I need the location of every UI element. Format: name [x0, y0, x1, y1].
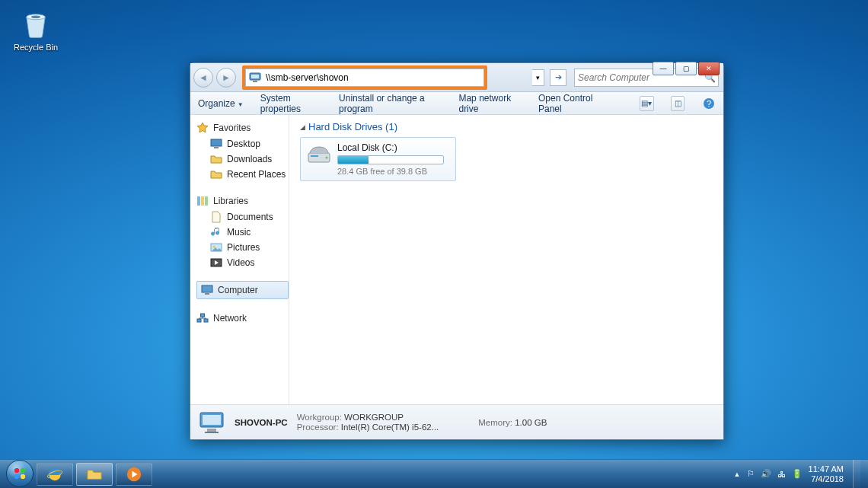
desktop-icon-label: Recycle Bin: [8, 43, 64, 52]
details-processor: Intel(R) Core(TM) i5-62...: [341, 423, 439, 432]
section-hard-disks[interactable]: ◢ Hard Disk Drives (1): [300, 121, 713, 132]
help-icon: ?: [703, 97, 715, 110]
folder-icon: [86, 466, 103, 483]
nav-item-pictures[interactable]: Pictures: [196, 240, 289, 255]
document-icon: [210, 211, 222, 223]
content-pane: ◢ Hard Disk Drives (1) Local Disk (C:) 2…: [289, 115, 723, 404]
details-pane: SHOVON-PC Workgroup: WORKGROUP Processor…: [190, 404, 723, 439]
toolbar-uninstall[interactable]: Uninstall or change a program: [339, 93, 442, 114]
ie-icon: [46, 466, 63, 483]
svg-rect-15: [202, 285, 212, 292]
drive-stats: 28.4 GB free of 39.8 GB: [337, 167, 444, 176]
nav-favorites[interactable]: Favorites: [196, 120, 289, 136]
media-player-icon: [126, 466, 142, 483]
svg-rect-21: [311, 155, 318, 157]
tray-clock[interactable]: 11:47 AM 7/4/2018: [809, 464, 844, 483]
computer-large-icon: [198, 409, 225, 436]
svg-point-22: [326, 157, 328, 159]
details-pc-name: SHOVON-PC: [235, 418, 288, 427]
tray-network-icon[interactable]: 🖧: [777, 470, 786, 479]
nav-item-downloads[interactable]: Downloads: [196, 152, 289, 167]
show-desktop-button[interactable]: [853, 460, 860, 489]
svg-rect-16: [205, 293, 209, 295]
svg-rect-8: [214, 147, 219, 148]
svg-rect-4: [253, 81, 257, 82]
caret-down-icon: ◢: [300, 123, 305, 131]
address-bar-highlight: [242, 65, 487, 90]
address-row: ◄ ► ▾ ➔ 🔍: [190, 63, 723, 92]
help-button[interactable]: ?: [701, 96, 716, 111]
svg-rect-18: [204, 319, 208, 322]
svg-rect-26: [205, 432, 219, 433]
taskbar-explorer[interactable]: [76, 463, 113, 486]
folder-icon: [210, 168, 222, 180]
svg-point-13: [213, 246, 215, 248]
view-button[interactable]: ▤▾: [640, 96, 654, 111]
tray-show-hidden-icon[interactable]: ▲: [734, 470, 741, 478]
nav-item-documents[interactable]: Documents: [196, 209, 289, 225]
svg-rect-10: [201, 196, 204, 206]
desktop-icon-recycle-bin[interactable]: Recycle Bin: [8, 8, 64, 52]
star-icon: [196, 122, 209, 134]
go-refresh-button[interactable]: ➔: [550, 69, 566, 86]
desktop-icon: [210, 138, 222, 150]
svg-rect-3: [251, 75, 259, 78]
back-button[interactable]: ◄: [193, 68, 213, 88]
computer-icon: [249, 72, 261, 84]
nav-item-recent[interactable]: Recent Places: [196, 167, 289, 182]
details-memory: 1.00 GB: [515, 418, 547, 427]
music-icon: [210, 226, 222, 238]
nav-item-desktop[interactable]: Desktop: [196, 136, 289, 152]
svg-rect-17: [197, 319, 201, 322]
svg-rect-11: [205, 196, 208, 206]
close-button[interactable]: ✕: [698, 62, 720, 75]
details-workgroup: WORKGROUP: [344, 413, 404, 422]
taskbar-media-player[interactable]: [116, 463, 152, 486]
videos-icon: [210, 257, 222, 269]
minimize-button[interactable]: —: [653, 62, 674, 75]
pictures-icon: [210, 241, 222, 254]
chevron-down-icon: ▼: [238, 101, 244, 108]
svg-rect-24: [203, 415, 221, 425]
toolbar: Organize▼ System properties Uninstall or…: [190, 92, 723, 115]
address-input[interactable]: [266, 72, 480, 83]
taskbar-ie[interactable]: [37, 463, 73, 486]
svg-text:?: ?: [707, 99, 711, 108]
preview-pane-button[interactable]: ◫: [671, 96, 685, 111]
navigation-pane: Favorites Desktop Downloads Recent Place…: [190, 115, 289, 404]
network-icon: [196, 312, 209, 324]
drive-name: Local Disk (C:): [337, 142, 444, 153]
explorer-window: — ▢ ✕ ◄ ► ▾ ➔ 🔍 Organize▼ Sys: [190, 62, 724, 440]
tray-volume-icon[interactable]: 🔊: [761, 469, 771, 479]
taskbar: ▲ ⚐ 🔊 🖧 🔋 11:47 AM 7/4/2018: [0, 459, 868, 488]
address-dropdown[interactable]: ▾: [532, 69, 544, 86]
folder-icon: [210, 153, 222, 165]
svg-rect-25: [207, 429, 216, 432]
drive-usage-bar: [337, 155, 444, 164]
recycle-bin-icon: [20, 8, 52, 40]
svg-rect-19: [201, 314, 205, 317]
nav-item-videos[interactable]: Videos: [196, 255, 289, 270]
svg-rect-9: [197, 196, 200, 206]
maximize-button[interactable]: ▢: [675, 62, 697, 75]
nav-item-music[interactable]: Music: [196, 225, 289, 240]
tray-battery-icon[interactable]: 🔋: [792, 469, 803, 479]
windows-logo-icon: [6, 460, 34, 487]
computer-icon: [201, 284, 213, 296]
forward-button[interactable]: ►: [216, 68, 236, 88]
svg-point-1: [31, 16, 40, 19]
drive-local-disk-c[interactable]: Local Disk (C:) 28.4 GB free of 39.8 GB: [300, 137, 456, 181]
system-tray: ▲ ⚐ 🔊 🖧 🔋 11:47 AM 7/4/2018: [734, 460, 863, 489]
toolbar-control-panel[interactable]: Open Control Panel: [538, 93, 606, 114]
toolbar-map-drive[interactable]: Map network drive: [458, 93, 522, 114]
nav-libraries[interactable]: Libraries: [196, 193, 289, 209]
tray-flag-icon[interactable]: ⚐: [747, 469, 755, 479]
nav-network[interactable]: Network: [196, 310, 289, 327]
toolbar-system-properties[interactable]: System properties: [260, 93, 322, 114]
svg-rect-7: [211, 139, 222, 146]
address-bar[interactable]: [245, 69, 484, 87]
nav-computer[interactable]: Computer: [196, 281, 289, 299]
toolbar-organize[interactable]: Organize▼: [198, 98, 244, 109]
start-button[interactable]: [5, 458, 35, 489]
drive-icon: [307, 142, 331, 167]
